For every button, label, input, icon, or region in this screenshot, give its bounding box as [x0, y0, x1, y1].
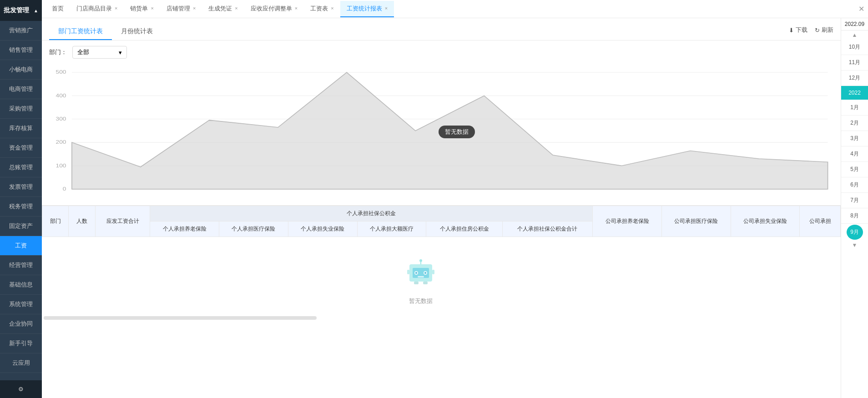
sidebar-item-系统管理[interactable]: 系统管理	[0, 295, 42, 314]
filter-bar: 部门： 全部 ▾	[42, 40, 841, 64]
sub-tab-bar: 部门工资统计表 月份统计表 ⬇ 下载 ↻ 刷新	[42, 18, 841, 40]
panel-nav-up[interactable]: ▲	[850, 30, 859, 40]
svg-text:300: 300	[56, 116, 66, 122]
dept-select[interactable]: 全部 ▾	[72, 46, 127, 59]
month-item-sep[interactable]: 9月	[847, 225, 863, 240]
sidebar-item-发票管理[interactable]: 发票管理	[0, 177, 42, 197]
svg-rect-18	[418, 276, 424, 277]
svg-point-20	[419, 259, 422, 262]
tab-close-icon[interactable]: ×	[115, 6, 117, 11]
month-item-aug[interactable]: 8月	[841, 208, 868, 224]
svg-point-17	[424, 272, 426, 274]
chart-area: 500 400 300 200 100 0	[42, 64, 841, 205]
col-total-wage: 应发工资合计	[95, 206, 150, 237]
tab-工资统计报表[interactable]: 工资统计报表×	[340, 1, 394, 17]
svg-text:200: 200	[56, 139, 66, 145]
tab-label: 工资统计报表	[347, 5, 382, 13]
empty-text: 暂无数据	[409, 297, 433, 305]
panel-nav-down[interactable]: ▼	[850, 241, 859, 250]
tab-close-icon[interactable]: ×	[193, 6, 196, 11]
svg-rect-24	[423, 282, 428, 284]
svg-text:400: 400	[56, 92, 66, 99]
sidebar-item-库存核算[interactable]: 库存核算	[0, 119, 42, 138]
month-item-jun[interactable]: 6月	[841, 177, 868, 193]
svg-rect-23	[414, 282, 419, 284]
tab-首页[interactable]: 首页	[45, 1, 70, 17]
sidebar-item-销售管理[interactable]: 销售管理	[0, 40, 42, 60]
month-item-dec[interactable]: 12月	[841, 71, 868, 86]
tab-close-icon[interactable]: ×	[385, 6, 388, 11]
tab-label: 首页	[52, 5, 64, 13]
month-item-feb[interactable]: 2月	[841, 116, 868, 131]
sidebar-item-企业协同[interactable]: 企业协同	[0, 314, 42, 334]
data-table: 部门 人数 应发工资合计 个人承担社保公积金 公司承担养老保险 公司承担医疗保险…	[42, 206, 841, 314]
sidebar-header[interactable]: 批发管理 ▲	[0, 0, 42, 21]
sidebar-item-固定资产[interactable]: 固定资产	[0, 217, 42, 236]
sidebar-item-云应用[interactable]: 云应用	[0, 353, 42, 373]
col-personal-major-medical: 个人承担大额医疗	[357, 222, 426, 237]
tab-应收应付调整单[interactable]: 应收应付调整单×	[244, 1, 304, 17]
filter-dept-label: 部门：	[49, 48, 67, 56]
refresh-label: 刷新	[822, 26, 833, 34]
col-personal-housing: 个人承担住房公积金	[426, 222, 502, 237]
refresh-button[interactable]: ↻ 刷新	[815, 26, 833, 34]
download-button[interactable]: ⬇ 下载	[789, 26, 807, 34]
tab-工资表[interactable]: 工资表×	[304, 1, 340, 17]
sidebar-item-采购管理[interactable]: 采购管理	[0, 99, 42, 119]
sidebar-collapse-icon: ▲	[34, 8, 38, 13]
tab-close-icon[interactable]: ×	[295, 6, 298, 11]
month-item-apr[interactable]: 4月	[841, 146, 868, 162]
empty-state: 暂无数据	[42, 237, 800, 314]
month-item-jul[interactable]: 7月	[841, 193, 868, 208]
svg-rect-22	[432, 270, 434, 274]
sidebar-item-资金管理[interactable]: 资金管理	[0, 138, 42, 158]
sidebar-item-基础信息[interactable]: 基础信息	[0, 275, 42, 295]
col-count: 人数	[69, 206, 95, 237]
tab-month-stats[interactable]: 月份统计表	[112, 24, 162, 40]
sidebar-item-电商管理[interactable]: 电商管理	[0, 80, 42, 99]
svg-text:100: 100	[56, 162, 66, 169]
sidebar-footer-settings[interactable]: ⚙	[0, 380, 42, 398]
sidebar-item-营销推广[interactable]: 营销推广	[0, 21, 42, 40]
year-header-2022-09[interactable]: 2022.09	[841, 18, 868, 30]
window-close-icon[interactable]: ✕	[858, 5, 864, 13]
download-icon: ⬇	[789, 27, 794, 34]
month-item-may[interactable]: 5月	[841, 162, 868, 177]
col-personal-total: 个人承担社保公积金合计	[502, 222, 592, 237]
svg-text:500: 500	[56, 69, 66, 75]
settings-icon: ⚙	[18, 386, 24, 393]
month-item-nov[interactable]: 11月	[841, 55, 868, 71]
sidebar: 批发管理 ▲ 营销推广销售管理小畅电商电商管理采购管理库存核算资金管理总账管理发…	[0, 0, 42, 398]
tab-close-icon[interactable]: ×	[151, 6, 153, 11]
month-item-jan[interactable]: 1月	[841, 100, 868, 116]
col-company-unemployment: 公司承担失业保险	[731, 206, 800, 237]
tab-label: 生成凭证	[208, 5, 232, 13]
year-item-2022[interactable]: 2022	[841, 86, 868, 100]
sub-tab-actions: ⬇ 下载 ↻ 刷新	[789, 26, 833, 38]
tab-bar: 首页门店商品目录×销货单×店铺管理×生成凭证×应收应付调整单×工资表×工资统计报…	[42, 0, 868, 18]
sidebar-item-税务管理[interactable]: 税务管理	[0, 197, 42, 217]
download-label: 下载	[796, 26, 807, 34]
empty-state-icon	[403, 255, 439, 292]
sidebar-item-经营管理[interactable]: 经营管理	[0, 256, 42, 275]
sidebar-item-总账管理[interactable]: 总账管理	[0, 158, 42, 177]
tab-生成凭证[interactable]: 生成凭证×	[202, 1, 244, 17]
table-scrollbar[interactable]	[44, 316, 317, 320]
sidebar-item-小畅电商[interactable]: 小畅电商	[0, 60, 42, 80]
tab-销货单[interactable]: 销货单×	[124, 1, 160, 17]
sidebar-item-新手引导[interactable]: 新手引导	[0, 334, 42, 353]
tab-门店商品目录[interactable]: 门店商品目录×	[70, 1, 124, 17]
svg-text:0: 0	[63, 186, 66, 192]
sidebar-item-工资[interactable]: 工资	[0, 236, 42, 256]
tab-店铺管理[interactable]: 店铺管理×	[160, 1, 202, 17]
tab-label: 应收应付调整单	[251, 5, 292, 13]
col-dept: 部门	[42, 206, 69, 237]
svg-point-16	[415, 272, 417, 274]
tab-department-stats[interactable]: 部门工资统计表	[49, 24, 112, 40]
col-company-pension: 公司承担养老保险	[593, 206, 662, 237]
col-personal-unemployment: 个人承担失业保险	[288, 222, 357, 237]
tab-close-icon[interactable]: ×	[235, 6, 237, 11]
tab-close-icon[interactable]: ×	[331, 6, 333, 11]
month-item-mar[interactable]: 3月	[841, 131, 868, 146]
month-item-oct[interactable]: 10月	[841, 40, 868, 55]
